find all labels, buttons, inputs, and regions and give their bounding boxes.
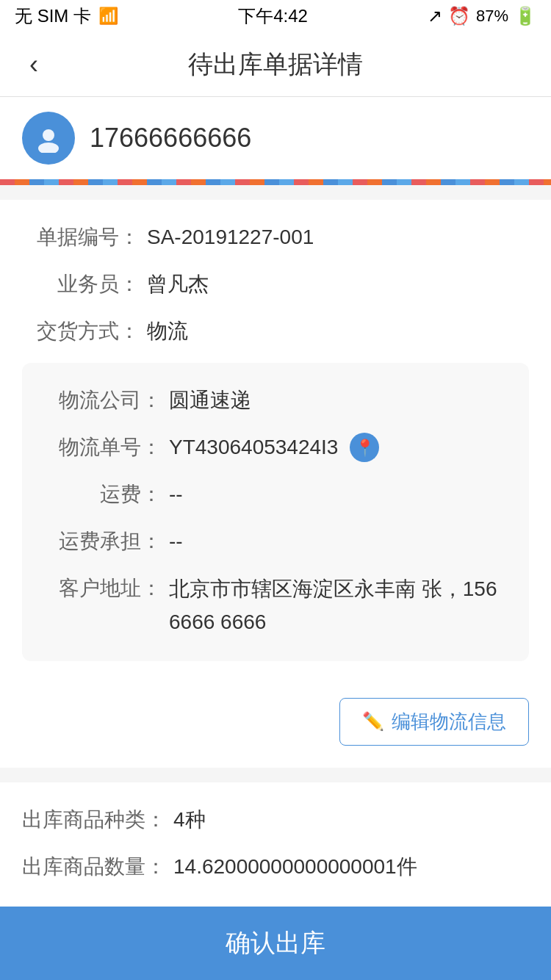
order-number-row: 单据编号： SA-20191227-001 xyxy=(22,222,529,253)
logistics-company-value: 圆通速递 xyxy=(162,385,507,416)
logistics-card: 物流公司： 圆通速递 物流单号： YT43064053424I3 📍 运费： -… xyxy=(22,363,529,661)
logistics-company-row: 物流公司： 圆通速递 xyxy=(44,385,507,416)
logistics-tracking-row: 物流单号： YT43064053424I3 📍 xyxy=(44,432,507,463)
confirm-bar[interactable]: 确认出库 xyxy=(0,907,551,980)
status-right: ↗ ⏰ 87% 🔋 xyxy=(428,6,536,26)
page-title: 待出库单据详情 xyxy=(188,48,363,82)
track-location-button[interactable]: 📍 xyxy=(350,433,379,462)
wifi-icon: 📶 xyxy=(98,7,118,26)
section-separator xyxy=(0,768,551,782)
carrier-text: 无 SIM 卡 xyxy=(15,4,91,28)
freight-label: 运费： xyxy=(44,479,162,510)
order-number-value: SA-20191227-001 xyxy=(140,222,529,253)
freight-value: -- xyxy=(162,479,507,510)
back-button[interactable]: ‹ xyxy=(22,42,46,87)
freight-bear-label: 运费承担： xyxy=(44,526,162,557)
salesperson-label: 业务员： xyxy=(22,269,140,300)
nav-bar: ‹ 待出库单据详情 xyxy=(0,32,551,97)
goods-section: 出库商品种类： 4种 出库商品数量： 14.62000000000000001件 xyxy=(0,782,551,904)
location-pin-icon: 📍 xyxy=(355,436,375,460)
freight-bear-row: 运费承担： -- xyxy=(44,526,507,557)
battery-text: 87% xyxy=(476,7,508,26)
logistics-tracking-label: 物流单号： xyxy=(44,432,162,463)
confirm-label: 确认出库 xyxy=(226,926,325,960)
goods-type-label: 出库商品种类： xyxy=(22,804,166,835)
avatar xyxy=(22,112,75,165)
address-label: 客户地址： xyxy=(44,573,162,604)
location-arrow-icon: ↗ xyxy=(428,6,442,26)
address-row: 客户地址： 北京市市辖区海淀区永丰南 张，156 6666 6666 xyxy=(44,573,507,639)
goods-type-value: 4种 xyxy=(166,804,529,835)
delivery-method-value: 物流 xyxy=(140,316,529,347)
salesperson-row: 业务员： 曾凡杰 xyxy=(22,269,529,300)
edit-logistics-button[interactable]: ✏️ 编辑物流信息 xyxy=(339,698,529,746)
svg-point-1 xyxy=(38,143,59,153)
svg-point-0 xyxy=(43,129,54,141)
salesperson-value: 曾凡杰 xyxy=(140,269,529,300)
customer-header: 17666666666 xyxy=(0,97,551,179)
delivery-method-label: 交货方式： xyxy=(22,316,140,347)
status-left: 无 SIM 卡 📶 xyxy=(15,4,118,28)
delivery-method-row: 交货方式： 物流 xyxy=(22,316,529,347)
logistics-tracking-container: YT43064053424I3 📍 xyxy=(162,432,507,463)
status-bar: 无 SIM 卡 📶 下午4:42 ↗ ⏰ 87% 🔋 xyxy=(0,0,551,32)
logistics-company-label: 物流公司： xyxy=(44,385,162,416)
address-value: 北京市市辖区海淀区永丰南 张，156 6666 6666 xyxy=(162,573,507,639)
freight-row: 运费： -- xyxy=(44,479,507,510)
logistics-tracking-value: YT43064053424I3 xyxy=(169,432,338,463)
edit-logistics-container: ✏️ 编辑物流信息 xyxy=(0,683,551,768)
battery-icon: 🔋 xyxy=(514,6,536,26)
goods-type-row: 出库商品种类： 4种 xyxy=(22,804,529,835)
alarm-icon: ⏰ xyxy=(448,6,470,26)
freight-bear-value: -- xyxy=(162,526,507,557)
dashed-divider xyxy=(0,179,551,185)
status-time: 下午4:42 xyxy=(238,4,308,28)
edit-icon: ✏️ xyxy=(362,711,384,732)
order-info-section: 单据编号： SA-20191227-001 业务员： 曾凡杰 交货方式： 物流 … xyxy=(0,200,551,683)
edit-logistics-label: 编辑物流信息 xyxy=(392,709,506,735)
goods-quantity-value: 14.62000000000000001件 xyxy=(166,851,529,882)
goods-quantity-label: 出库商品数量： xyxy=(22,851,166,882)
customer-phone: 17666666666 xyxy=(90,123,251,154)
order-number-label: 单据编号： xyxy=(22,222,140,253)
goods-quantity-row: 出库商品数量： 14.62000000000000001件 xyxy=(22,851,529,882)
